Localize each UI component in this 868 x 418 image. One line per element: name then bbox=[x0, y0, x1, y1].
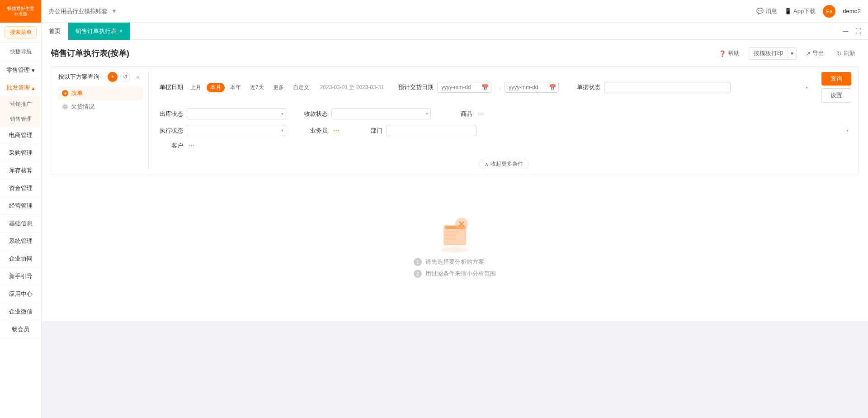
tab-minimize-button[interactable]: — bbox=[841, 27, 850, 36]
date-tab-this-year[interactable]: 本年 bbox=[226, 83, 245, 92]
sidebar-item-wholesale[interactable]: 批发管理 ▴ bbox=[0, 79, 41, 97]
app-download-label: App下载 bbox=[793, 7, 816, 15]
salesperson-dots[interactable]: ··· bbox=[331, 127, 341, 135]
avatar[interactable]: Ea bbox=[823, 5, 835, 18]
out-status-select[interactable] bbox=[187, 108, 286, 119]
date-filter-group: 单据日期 上月 本月 本年 近7天 更多 自定义 2023-03-01 至 20… bbox=[156, 83, 384, 92]
chevron-down-icon: ▾ bbox=[32, 67, 35, 74]
sidebar-sub-sales[interactable]: 销售管理 bbox=[0, 112, 41, 127]
page-title: 销售订单执行表(按单) bbox=[51, 48, 129, 59]
print-template-arrow[interactable]: ▾ bbox=[788, 48, 796, 58]
filter-sidebar-actions: + ↺ « bbox=[108, 72, 143, 82]
exec-status-select[interactable] bbox=[187, 125, 286, 136]
sidebar-item-purchase[interactable]: 采购管理 bbox=[0, 144, 41, 162]
customer-group: 客户 ··· bbox=[156, 142, 196, 150]
sidebar-item-operations[interactable]: 经营管理 bbox=[0, 197, 41, 215]
option-icon-by-order bbox=[62, 90, 68, 96]
expected-delivery-end-input[interactable] bbox=[505, 82, 559, 93]
collapse-sidebar-button[interactable]: « bbox=[133, 72, 143, 82]
sidebar-item-appcenter[interactable]: 应用中心 bbox=[0, 285, 41, 303]
add-scheme-button[interactable]: + bbox=[108, 72, 118, 82]
sidebar-item-system[interactable]: 系统管理 bbox=[0, 233, 41, 250]
sidebar-sub-marketing[interactable]: 营销推广 bbox=[0, 97, 41, 112]
refresh-scheme-button[interactable]: ↺ bbox=[120, 72, 130, 82]
payment-status-select-wrap: ▾ bbox=[331, 108, 431, 119]
goods-dots[interactable]: ··· bbox=[476, 110, 486, 118]
sidebar-search-section: 搜索菜单 bbox=[0, 23, 41, 43]
sidebar-item-enterprise[interactable]: 企业协同 bbox=[0, 250, 41, 268]
date-separator: — bbox=[495, 84, 501, 91]
filter-sidebar-title: 按以下方案查询 bbox=[58, 73, 99, 81]
print-template-button[interactable]: 按模板打印 ▾ bbox=[749, 47, 797, 60]
help-label: 帮助 bbox=[728, 49, 740, 57]
sidebar-item-member[interactable]: 畅会员 bbox=[0, 321, 41, 338]
sidebar-item-newuser[interactable]: 新手引导 bbox=[0, 268, 41, 285]
logo-text: 畅捷通好生意 标准版 bbox=[7, 6, 34, 17]
collapse-up-icon: ∧ bbox=[485, 161, 489, 167]
tab-home[interactable]: 首页 bbox=[42, 23, 68, 40]
message-button[interactable]: 💬 消息 bbox=[756, 7, 777, 15]
filter-option-by-order[interactable]: 按单 bbox=[58, 86, 143, 100]
export-label: 导出 bbox=[812, 49, 824, 57]
sidebar-item-ecommerce[interactable]: 电商管理 bbox=[0, 127, 41, 144]
sidebar: 畅捷通好生意 标准版 搜索菜单 快捷导航 零售管理 ▾ 批发管理 ▴ 营销推广 … bbox=[0, 0, 42, 418]
date-tab-last-month[interactable]: 上月 bbox=[187, 83, 205, 92]
settings-button[interactable]: 设置 bbox=[821, 88, 851, 103]
quick-nav-item[interactable]: 快捷导航 bbox=[0, 45, 41, 58]
refresh-button[interactable]: ↻ 刷新 bbox=[833, 48, 859, 59]
export-button[interactable]: ↗ 导出 bbox=[802, 48, 828, 59]
department-select[interactable] bbox=[386, 125, 476, 136]
tab-maximize-button[interactable]: ⛶ bbox=[854, 27, 863, 36]
collapse-label: 收起更多条件 bbox=[491, 160, 523, 168]
doc-status-select[interactable] bbox=[604, 82, 731, 93]
department-label: 部门 bbox=[355, 127, 382, 135]
payment-status-group: 收款状态 ▾ bbox=[301, 108, 431, 119]
out-status-select-wrap: ▾ bbox=[187, 108, 286, 119]
sidebar-item-wechat[interactable]: 企业微信 bbox=[0, 303, 41, 321]
print-template-label[interactable]: 按模板打印 bbox=[749, 48, 788, 59]
filter-option-stock-shortage[interactable]: 欠货情况 bbox=[58, 100, 143, 114]
svg-point-1 bbox=[441, 247, 468, 252]
tab-home-label: 首页 bbox=[49, 27, 61, 35]
collapse-row: ∧ 收起更多条件 bbox=[156, 155, 851, 169]
date-tab-custom[interactable]: 自定义 bbox=[289, 83, 313, 92]
sidebar-item-retail[interactable]: 零售管理 ▾ bbox=[0, 62, 41, 79]
app-download-button[interactable]: 📱 App下载 bbox=[784, 7, 816, 15]
customer-dots[interactable]: ··· bbox=[187, 142, 196, 150]
salesperson-label: 业务员 bbox=[301, 127, 328, 135]
empty-illustration bbox=[432, 211, 477, 258]
sidebar-item-basic[interactable]: 基础信息 bbox=[0, 215, 41, 233]
tab-sales-order[interactable]: 销售订单执行表 × bbox=[68, 23, 130, 40]
username-label[interactable]: demo2 bbox=[843, 8, 861, 14]
expected-delivery-start-input[interactable] bbox=[437, 82, 491, 93]
tab-close-icon[interactable]: × bbox=[119, 28, 123, 34]
svg-rect-4 bbox=[445, 231, 458, 233]
payment-status-select[interactable] bbox=[331, 108, 431, 119]
topbar-arrow-icon[interactable]: ▼ bbox=[111, 8, 117, 14]
out-status-group: 出库状态 ▾ bbox=[156, 108, 286, 119]
date-tab-this-month[interactable]: 本月 bbox=[207, 83, 225, 92]
exec-status-select-wrap: ▾ bbox=[187, 125, 286, 136]
filter-row-2: 出库状态 ▾ 收款状态 bbox=[156, 108, 851, 119]
filter-row-3: 执行状态 ▾ 业务员 ··· bbox=[156, 125, 851, 136]
department-chevron: ▾ bbox=[846, 128, 849, 133]
sidebar-item-inventory[interactable]: 库存核算 bbox=[0, 162, 41, 180]
sidebar-item-wholesale-label: 批发管理 bbox=[6, 84, 30, 92]
refresh-icon: ↻ bbox=[837, 50, 842, 57]
filter-row-1: 单据日期 上月 本月 本年 近7天 更多 自定义 2023-03-01 至 20… bbox=[156, 72, 851, 103]
tab-bar: 首页 销售订单执行表 × — ⛶ bbox=[42, 23, 868, 40]
expected-delivery-start-wrap: 📅 bbox=[437, 82, 491, 93]
collapse-button[interactable]: ∧ 收起更多条件 bbox=[479, 159, 529, 169]
department-group: 部门 ▾ bbox=[355, 125, 851, 136]
chevron-up-icon: ▴ bbox=[32, 85, 35, 91]
query-button[interactable]: 查询 bbox=[821, 72, 851, 86]
sidebar-item-finance[interactable]: 资金管理 bbox=[0, 180, 41, 197]
topbar-right: 💬 消息 📱 App下载 Ea demo2 bbox=[756, 5, 861, 18]
date-tab-7days[interactable]: 近7天 bbox=[246, 83, 268, 92]
date-tab-more[interactable]: 更多 bbox=[269, 83, 288, 92]
help-button[interactable]: ❓ 帮助 bbox=[715, 48, 743, 59]
expected-delivery-label: 预计交货日期 bbox=[398, 83, 434, 91]
search-menu-button[interactable]: 搜索菜单 bbox=[5, 26, 37, 38]
filter-row-4: 客户 ··· bbox=[156, 142, 851, 150]
out-status-label: 出库状态 bbox=[156, 110, 183, 118]
